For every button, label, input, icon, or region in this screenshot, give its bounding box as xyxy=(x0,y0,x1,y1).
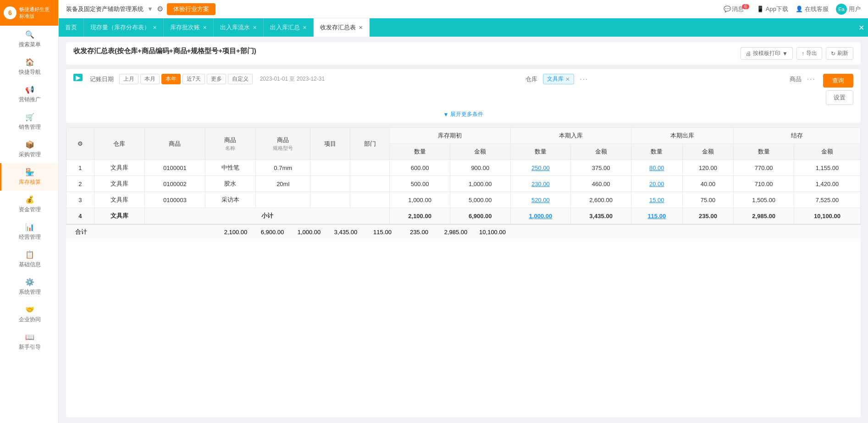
sidebar-item-purchase[interactable]: 📦采购管理 xyxy=(0,136,58,163)
message-badge: 6 xyxy=(742,4,749,9)
expand-btn[interactable]: ▼ 展开更多条件 xyxy=(73,110,853,118)
th-in-group: 本期入库 xyxy=(510,128,631,144)
sidebar-item-guide[interactable]: 📖新手引导 xyxy=(0,328,58,356)
query-button[interactable]: 查询 xyxy=(823,74,853,88)
subtotal-bal-amt: 10,100.00 xyxy=(794,208,861,224)
filter-collapse-btn[interactable]: ▶ xyxy=(73,74,83,81)
warehouse-tag-remove[interactable]: ✕ xyxy=(565,76,570,82)
filter-actions: 查询 设置 xyxy=(823,74,853,105)
online-service-area[interactable]: 👤 在线客服 xyxy=(796,5,829,13)
try-button[interactable]: 体验行业方案 xyxy=(167,3,216,15)
table-container: ⚙ 仓库 商品 商品名称 商品规格型号 项目 部门 库存期初 本期入库 本期出库… xyxy=(66,127,861,418)
th-dept: 部门 xyxy=(350,128,389,160)
settings-icon[interactable]: ⚙ xyxy=(157,5,163,13)
goods-more-btn[interactable]: ··· xyxy=(807,75,816,83)
cell-no: 1 xyxy=(66,160,94,176)
tab-label: 收发存汇总表 xyxy=(320,23,356,32)
export-button[interactable]: ↑ 导出 xyxy=(796,47,822,60)
date-shortcut-上月[interactable]: 上月 xyxy=(119,74,138,84)
topbar-right: 💬 消息 6 📱 App下载 👤 在线客服 Ea 用户 xyxy=(724,4,861,15)
sidebar-item-operation[interactable]: 📊经营管理 xyxy=(0,218,58,246)
date-shortcut-自定义[interactable]: 自定义 xyxy=(228,74,253,84)
tab-close[interactable]: ✕ xyxy=(203,25,207,31)
sidebar-label-basic: 基础信息 xyxy=(19,261,41,269)
cell-in-qty[interactable]: 520.00 xyxy=(510,192,571,208)
sidebar-item-search[interactable]: 🔍搜索菜单 xyxy=(0,26,58,53)
sidebar-label-operation: 经营管理 xyxy=(19,233,41,241)
data-table: ⚙ 仓库 商品 商品名称 商品规格型号 项目 部门 库存期初 本期入库 本期出库… xyxy=(66,127,861,224)
warehouse-more-btn[interactable]: ··· xyxy=(580,75,588,83)
cell-out-qty[interactable]: 20.00 xyxy=(631,176,682,192)
tab-----------[interactable]: 现存量（库存分布表）✕ xyxy=(84,18,164,37)
cell-in-qty[interactable]: 250.00 xyxy=(510,160,571,176)
date-label: 记账日期 xyxy=(90,75,114,83)
sidebar-icon-sales: 🛒 xyxy=(25,113,34,121)
sidebar-item-finance[interactable]: 💰资金管理 xyxy=(0,191,58,218)
sidebar-item-sales[interactable]: 🛒销售管理 xyxy=(0,108,58,136)
tab-close[interactable]: ✕ xyxy=(253,25,257,31)
date-shortcut-本年[interactable]: 本年 xyxy=(161,74,181,84)
filter-main: 记账日期 上月本月本年近7天更多自定义 2023-01-01 至 2023-12… xyxy=(90,74,816,84)
expand-icon: ▼ xyxy=(443,111,449,118)
tabbar-close[interactable]: ✕ xyxy=(858,23,864,32)
cell-warehouse: 文具库 xyxy=(94,192,144,208)
sidebar-item-basic[interactable]: 📋基础信息 xyxy=(0,246,58,273)
th-out-group: 本期出库 xyxy=(631,128,733,144)
tab-------[interactable]: 收发存汇总表✕ xyxy=(314,18,370,37)
export-label: 导出 xyxy=(806,49,817,57)
tab------[interactable]: 库存批次账✕ xyxy=(164,18,214,37)
date-shortcut-更多[interactable]: 更多 xyxy=(207,74,226,84)
sidebar-item-system[interactable]: ⚙️系统管理 xyxy=(0,273,58,301)
tab-close[interactable]: ✕ xyxy=(359,25,363,31)
sidebar-label-quick: 快捷导航 xyxy=(19,68,41,76)
cell-out-qty[interactable]: 80.00 xyxy=(631,160,682,176)
cell-no: 3 xyxy=(66,192,94,208)
cell-spec: 20ml xyxy=(255,176,310,192)
app-download-area[interactable]: 📱 App下载 xyxy=(757,5,788,13)
cell-in-qty[interactable]: 230.00 xyxy=(510,176,571,192)
subtotal-in-qty[interactable]: 1,000.00 xyxy=(510,208,571,224)
th-settings[interactable]: ⚙ xyxy=(66,128,94,160)
date-shortcut-本月[interactable]: 本月 xyxy=(140,74,160,84)
tab---[interactable]: 首页 xyxy=(59,18,84,37)
total-bal-amt: 10,100.00 xyxy=(474,229,511,236)
sidebar-item-collab[interactable]: 🤝企业协同 xyxy=(0,301,58,328)
tab-label: 出入库流水 xyxy=(220,23,250,32)
th-goods-code: 商品 xyxy=(144,128,205,160)
subtotal-bal-qty: 2,985.00 xyxy=(734,208,794,224)
cell-name: 中性笔 xyxy=(205,160,255,176)
sidebar-label-system: 系统管理 xyxy=(19,288,41,296)
sidebar-label-inventory: 库存核算 xyxy=(19,178,41,186)
cell-open-qty: 500.00 xyxy=(390,176,450,192)
cell-bal-qty: 710.00 xyxy=(734,176,794,192)
sidebar-icon-quick: 🏠 xyxy=(25,58,34,66)
date-shortcut-近7天[interactable]: 近7天 xyxy=(182,74,205,84)
th-in-amt: 金额 xyxy=(571,144,631,160)
system-selector[interactable]: ▼ xyxy=(147,5,153,12)
date-range-display: 2023-01-01 至 2023-12-31 xyxy=(260,75,325,83)
cell-out-qty[interactable]: 15.00 xyxy=(631,192,682,208)
sidebar-item-inventory[interactable]: 🏪库存核算 xyxy=(0,163,58,191)
th-in-qty: 数量 xyxy=(510,144,571,160)
tab------[interactable]: 出入库流水✕ xyxy=(214,18,264,37)
cell-code: 0100002 xyxy=(144,176,205,192)
tab------[interactable]: 出入库汇总✕ xyxy=(264,18,314,37)
chevron-down-icon: ▼ xyxy=(782,50,788,57)
sidebar-item-marketing[interactable]: 📢营销推广 xyxy=(0,81,58,108)
th-balance-group: 结存 xyxy=(734,128,861,144)
tab-close[interactable]: ✕ xyxy=(303,25,307,31)
tab-close[interactable]: ✕ xyxy=(153,25,157,31)
user-area[interactable]: Ea 用户 xyxy=(836,4,861,15)
phone-icon: 📱 xyxy=(757,5,764,12)
filter-bar: ▶ 记账日期 上月本月本年近7天更多自定义 2023-01-01 至 2023-… xyxy=(66,69,861,123)
message-area[interactable]: 💬 消息 6 xyxy=(724,5,749,13)
print-button[interactable]: 🖨 按模板打印 ▼ xyxy=(741,47,793,60)
subtotal-open-qty: 2,100.00 xyxy=(390,208,450,224)
cell-out-amt: 120.00 xyxy=(682,160,734,176)
filter-row-1: 记账日期 上月本月本年近7天更多自定义 2023-01-01 至 2023-12… xyxy=(90,74,816,84)
settings-button[interactable]: 设置 xyxy=(826,90,853,105)
sidebar-item-quick[interactable]: 🏠快捷导航 xyxy=(0,53,58,81)
refresh-button[interactable]: ↻ 刷新 xyxy=(826,47,853,60)
subtotal-out-qty[interactable]: 115.00 xyxy=(631,208,682,224)
warehouse-tag[interactable]: 文具库 ✕ xyxy=(543,74,574,84)
